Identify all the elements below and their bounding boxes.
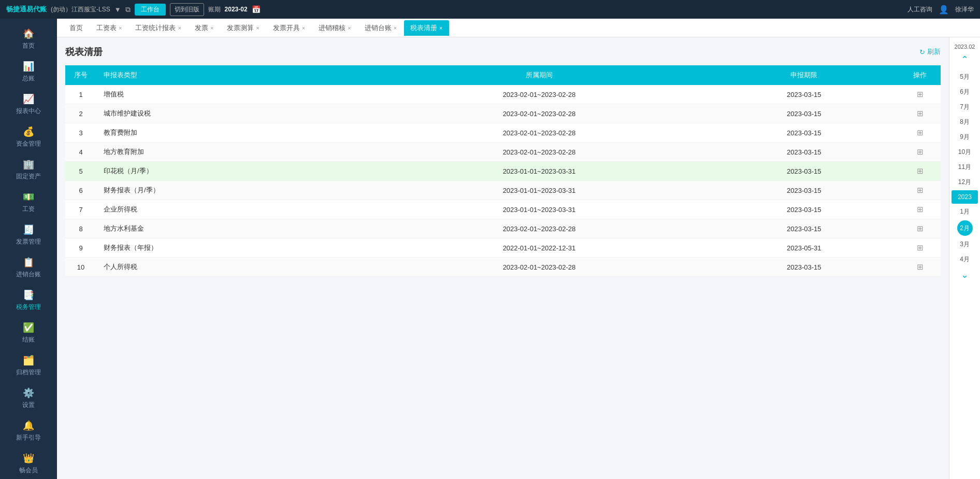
tab-invoice-issue[interactable]: 发票开具 × <box>267 20 311 36</box>
sidebar-item-salary[interactable]: 💵 工资 <box>0 186 57 219</box>
cell-deadline: 2023-03-15 <box>709 143 899 162</box>
cell-id: 8 <box>65 219 96 238</box>
archive-icon: 🗂️ <box>23 355 34 366</box>
tab-purchase-audit[interactable]: 进销稽核 × <box>312 20 357 36</box>
salary-icon: 💵 <box>23 191 34 203</box>
tab-salary-stats[interactable]: 工资统计报表 × <box>129 20 187 36</box>
date-panel-header: 2023.02 <box>954 41 976 52</box>
cell-action: ⊞ <box>899 238 941 258</box>
sidebar-label-purchase-sales: 进销台账 <box>16 270 41 279</box>
tab-salary-table-close[interactable]: × <box>119 25 122 31</box>
tab-salary-table[interactable]: 工资表 × <box>90 20 128 36</box>
tab-invoice-calc[interactable]: 发票测算 × <box>221 20 265 36</box>
page-title: 税表清册 <box>65 46 103 58</box>
period-label: 账期 <box>208 5 221 14</box>
sidebar-item-guide[interactable]: 🔔 新手引导 <box>0 415 57 447</box>
action-icon[interactable]: ⊞ <box>917 90 924 98</box>
cell-id: 7 <box>65 200 96 219</box>
month-mar[interactable]: 3月 <box>949 237 980 252</box>
assets-icon: 🏢 <box>23 159 34 170</box>
tab-invoice-calc-close[interactable]: × <box>256 25 259 31</box>
tax-table: 序号 申报表类型 所属期间 申报期限 操作 1 增值税 2023-02-01~2… <box>65 65 941 277</box>
switch-button[interactable]: 切到旧版 <box>170 3 204 16</box>
cell-deadline: 2023-03-15 <box>709 258 899 277</box>
tab-invoice[interactable]: 发票 × <box>189 20 220 36</box>
tab-purchase-audit-close[interactable]: × <box>348 25 351 31</box>
tab-bar: 首页 工资表 × 工资统计报表 × 发票 × 发票测算 × 发票开具 × <box>57 19 980 37</box>
sidebar-label-assets: 固定资产 <box>16 172 41 181</box>
action-icon[interactable]: ⊞ <box>917 186 924 194</box>
action-icon[interactable]: ⊞ <box>917 147 924 156</box>
month-nov[interactable]: 11月 <box>949 160 980 175</box>
month-apr[interactable]: 4月 <box>949 252 980 267</box>
sidebar-item-close[interactable]: ✅ 结账 <box>0 317 57 349</box>
cell-id: 2 <box>65 104 96 123</box>
cell-period: 2023-02-01~2023-02-28 <box>369 85 709 104</box>
month-jun[interactable]: 6月 <box>949 84 980 100</box>
tab-purchase-ledger[interactable]: 进销台账 × <box>358 20 403 36</box>
month-sep[interactable]: 9月 <box>949 130 980 145</box>
cell-type: 地方教育附加 <box>96 143 369 162</box>
cell-type: 地方水利基金 <box>96 219 369 238</box>
table-row: 8 地方水利基金 2023-02-01~2023-02-28 2023-03-1… <box>65 219 941 238</box>
workspace-button[interactable]: 工作台 <box>135 4 166 16</box>
sidebar-item-invoice[interactable]: 🧾 发票管理 <box>0 219 57 251</box>
month-jul[interactable]: 7月 <box>949 100 980 115</box>
sidebar-item-funds[interactable]: 💰 资金管理 <box>0 121 57 153</box>
cell-action: ⊞ <box>899 258 941 277</box>
sidebar-item-purchase-sales[interactable]: 📋 进销台账 <box>0 251 57 284</box>
sidebar-item-reports[interactable]: 📈 报表中心 <box>0 88 57 121</box>
tab-home[interactable]: 首页 <box>63 20 89 36</box>
col-type: 申报表类型 <box>96 65 369 85</box>
cell-type: 个人所得税 <box>96 258 369 277</box>
cell-id: 9 <box>65 238 96 258</box>
sidebar-item-tax[interactable]: 📑 税务管理 <box>0 284 57 317</box>
scroll-up-button[interactable]: ⌃ <box>959 52 971 67</box>
month-may[interactable]: 5月 <box>949 69 980 84</box>
date-panel: 2023.02 ⌃ 5月 6月 7月 8月 9月 10月 11月 12月 202… <box>949 37 980 479</box>
month-aug[interactable]: 8月 <box>949 115 980 130</box>
copy-icon[interactable]: ⧉ <box>125 5 131 14</box>
sidebar-label-tax: 税务管理 <box>16 303 41 312</box>
refresh-icon: ↻ <box>919 48 925 56</box>
company-dropdown-icon[interactable]: ▼ <box>114 6 121 13</box>
tab-invoice-issue-close[interactable]: × <box>302 25 305 31</box>
cell-deadline: 2023-03-15 <box>709 104 899 123</box>
action-icon[interactable]: ⊞ <box>917 262 924 271</box>
support-link[interactable]: 人工咨询 <box>907 5 932 14</box>
tab-purchase-ledger-close[interactable]: × <box>394 25 397 31</box>
month-feb-active[interactable]: 2月 <box>957 220 973 236</box>
refresh-button[interactable]: ↻ 刷新 <box>919 47 941 57</box>
cell-id: 5 <box>65 162 96 181</box>
action-icon[interactable]: ⊞ <box>917 128 924 137</box>
month-jan[interactable]: 1月 <box>949 204 980 219</box>
tab-invoice-calc-label: 发票测算 <box>227 23 254 33</box>
sidebar-item-settings[interactable]: ⚙️ 设置 <box>0 382 57 415</box>
sidebar-item-member[interactable]: 👑 畅会员 <box>0 447 57 479</box>
month-dec[interactable]: 12月 <box>949 175 980 190</box>
scroll-down-button[interactable]: ⌄ <box>959 267 971 283</box>
sidebar-item-home[interactable]: 🏠 首页 <box>0 23 57 55</box>
tab-invoice-close[interactable]: × <box>210 25 213 31</box>
tab-invoice-issue-label: 发票开具 <box>273 23 300 33</box>
action-icon[interactable]: ⊞ <box>917 109 924 118</box>
tab-tax-list-close[interactable]: × <box>439 25 442 31</box>
sidebar-item-assets[interactable]: 🏢 固定资产 <box>0 153 57 186</box>
calendar-icon[interactable]: 📅 <box>252 5 261 13</box>
sidebar-item-ledger[interactable]: 📊 总账 <box>0 55 57 88</box>
action-icon[interactable]: ⊞ <box>917 224 924 233</box>
tab-salary-stats-close[interactable]: × <box>178 25 181 31</box>
tab-tax-list[interactable]: 税表清册 × <box>404 20 449 36</box>
sidebar-item-archive[interactable]: 🗂️ 归档管理 <box>0 349 57 382</box>
user-name[interactable]: 徐泽华 <box>955 5 974 14</box>
sidebar-label-reports: 报表中心 <box>16 107 41 116</box>
action-icon[interactable]: ⊞ <box>917 166 924 175</box>
home-icon: 🏠 <box>23 28 34 39</box>
table-row: 2 城市维护建设税 2023-02-01~2023-02-28 2023-03-… <box>65 104 941 123</box>
month-oct[interactable]: 10月 <box>949 145 980 160</box>
year-2023-label[interactable]: 2023 <box>952 190 978 204</box>
action-icon[interactable]: ⊞ <box>917 243 924 252</box>
action-icon[interactable]: ⊞ <box>917 205 924 214</box>
tab-salary-stats-label: 工资统计报表 <box>135 23 176 33</box>
refresh-label: 刷新 <box>927 47 941 57</box>
